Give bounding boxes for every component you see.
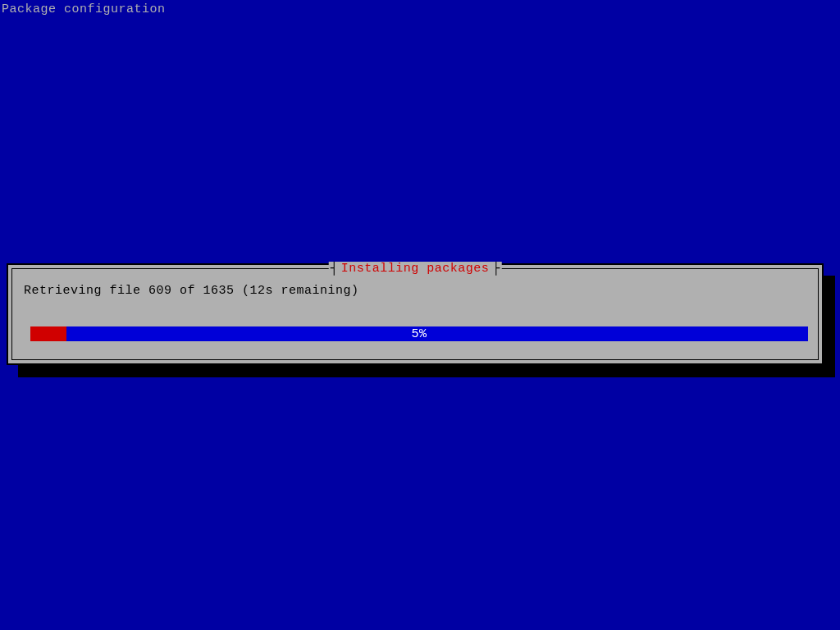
dialog-title-container: ┤ Installing packages ├ [329, 262, 502, 276]
dialog-title-bracket-right: ├ [492, 262, 500, 276]
progress-bar: 5% [30, 326, 808, 341]
progress-bar-fill [30, 326, 66, 341]
status-text: Retrieving file 609 of 1635 (12s remaini… [24, 284, 359, 298]
dialog-box: ┤ Installing packages ├ Retrieving file … [7, 263, 824, 365]
dialog-title: Installing packages [338, 262, 493, 276]
dialog-title-bracket-left: ┤ [331, 262, 338, 276]
screen-title: Package configuration [2, 2, 166, 16]
dialog-inner-border: ┤ Installing packages ├ Retrieving file … [11, 268, 819, 360]
progress-percent-label: 5% [411, 327, 427, 341]
